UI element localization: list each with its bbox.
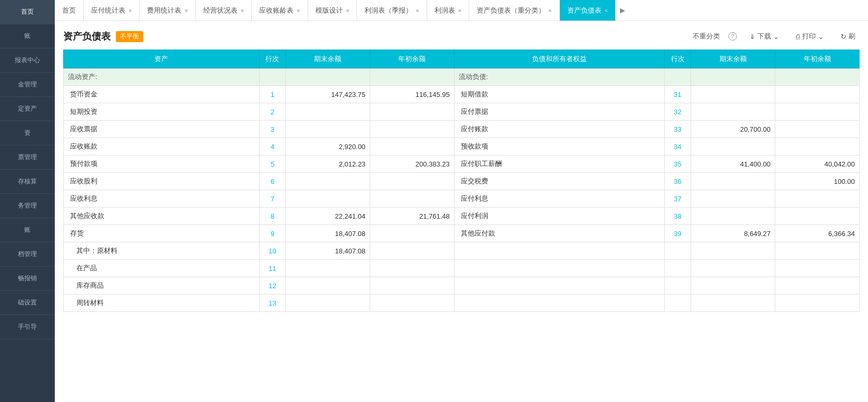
sidebar-item-ticket[interactable]: 票管理 xyxy=(0,145,55,170)
left-name: 周转材料 xyxy=(64,295,260,312)
tab-balance-reclassify[interactable]: 资产负债表（重分类） × xyxy=(469,0,559,21)
table-row[interactable]: 货币资金 1 147,423.75 116,145.95 短期借款 31 xyxy=(64,86,860,103)
left-end-balance: 147,423.75 xyxy=(285,86,370,103)
table-row[interactable]: 应收账款 4 2,920.00 预收款项 34 xyxy=(64,138,860,155)
table-row[interactable]: 应收利息 7 应付利息 37 xyxy=(64,190,860,208)
no-reclassify-label: 不重分类 xyxy=(693,32,720,41)
table-row[interactable]: 存货 9 18,407.08 其他应付款 39 8,649.27 6,366.3… xyxy=(64,225,860,242)
right-end-balance xyxy=(691,208,775,225)
tab-close-profit[interactable]: × xyxy=(458,7,461,14)
tab-close-profit-quarterly[interactable]: × xyxy=(416,7,419,14)
table-row[interactable]: 应收股利 6 应交税费 36 100.00 xyxy=(64,173,860,190)
right-end-balance xyxy=(691,295,775,312)
right-row-num: 32 xyxy=(665,103,691,121)
sidebar-item-account[interactable]: 账 xyxy=(0,24,55,48)
tab-profit-quarterly[interactable]: 利润表（季报） × xyxy=(357,0,427,21)
right-name: 应付利润 xyxy=(454,208,664,225)
page-actions: 不重分类 ? ⇓ 下载 ⌄ ⎙ 打印 ⌄ ↻ 刷 xyxy=(693,30,860,43)
left-end-balance: 2,920.00 xyxy=(285,138,370,155)
section-right-label: 流动负债: xyxy=(454,68,664,86)
table-row[interactable]: 短期投资 2 应付票据 32 xyxy=(64,103,860,121)
sidebar-item-fund-management[interactable]: 金管理 xyxy=(0,73,55,97)
left-begin-balance xyxy=(370,260,454,277)
sidebar-item-inventory[interactable]: 存核算 xyxy=(0,170,55,194)
left-name: 其中：原材料 xyxy=(64,242,260,260)
left-begin-balance xyxy=(370,103,454,121)
col-end-balance-left: 期末余额 xyxy=(285,50,370,68)
sidebar-item-guide[interactable]: 手引导 xyxy=(0,315,55,339)
left-name: 库存商品 xyxy=(64,277,260,295)
right-name: 应交税费 xyxy=(454,173,664,190)
tab-scroll-right[interactable]: ▶ xyxy=(616,0,629,21)
tab-close-operations[interactable]: × xyxy=(241,7,244,14)
left-row-num: 2 xyxy=(259,103,285,121)
left-row-num: 8 xyxy=(259,208,285,225)
left-row-num: 6 xyxy=(259,173,285,190)
page-title: 资产负债表 xyxy=(63,30,111,43)
tab-profit[interactable]: 利润表 × xyxy=(427,0,469,21)
table-row[interactable]: 在产品 11 xyxy=(64,260,860,277)
tab-template-design[interactable]: 模版设计 × xyxy=(308,0,357,21)
tab-close-balance[interactable]: × xyxy=(605,7,608,14)
print-button[interactable]: ⎙ 打印 ⌄ xyxy=(792,30,828,43)
sidebar-item-fixed-assets[interactable]: 定资产 xyxy=(0,97,55,121)
print-icon: ⎙ xyxy=(796,33,800,41)
right-end-balance: 20,700.00 xyxy=(691,121,775,138)
col-liabilities: 负债和所有者权益 xyxy=(454,50,664,68)
download-chevron-icon: ⌄ xyxy=(773,33,779,41)
table-row[interactable]: 预付款项 5 2,012.23 200,383.23 应付职工薪酬 35 41,… xyxy=(64,155,860,173)
sidebar-item-business[interactable]: 务管理 xyxy=(0,194,55,218)
download-button[interactable]: ⇓ 下载 ⌄ xyxy=(745,30,783,43)
unbalanced-badge: 不平衡 xyxy=(116,31,143,42)
tab-balance[interactable]: 资产负债表 × xyxy=(560,0,616,21)
refresh-icon: ↻ xyxy=(841,33,846,41)
sidebar-item-expense[interactable]: 畅报销 xyxy=(0,267,55,291)
tab-payable-stats[interactable]: 应付统计表 × xyxy=(84,0,140,21)
left-end-balance xyxy=(285,173,370,190)
right-row-num: 37 xyxy=(665,190,691,208)
tab-close-expense-stats[interactable]: × xyxy=(184,7,188,14)
left-end-balance xyxy=(285,295,370,312)
section-left-label: 流动资产: xyxy=(64,68,260,86)
tab-close-balance-reclassify[interactable]: × xyxy=(548,7,551,14)
right-end-balance xyxy=(691,260,775,277)
right-row-num: 31 xyxy=(665,86,691,103)
right-name xyxy=(454,277,664,295)
right-name: 应付票据 xyxy=(454,103,664,121)
table-row[interactable]: 其中：原材料 10 18,407.08 xyxy=(64,242,860,260)
table-row[interactable]: 周转材料 13 xyxy=(64,295,860,312)
sidebar-item-report-center[interactable]: 报表中心 xyxy=(0,48,55,73)
sidebar-item-ledger[interactable]: 账 xyxy=(0,218,55,242)
right-row-num: 38 xyxy=(665,208,691,225)
tab-expense-stats[interactable]: 费用统计表 × xyxy=(140,0,195,21)
refresh-button[interactable]: ↻ 刷 xyxy=(836,30,860,43)
right-row-num xyxy=(665,242,691,260)
table-row[interactable]: 应收票据 3 应付账款 33 20,700.00 xyxy=(64,121,860,138)
table-row[interactable]: 库存商品 12 xyxy=(64,277,860,295)
tab-home[interactable]: 首页 xyxy=(55,0,84,21)
section-current-assets: 流动资产: 流动负债: xyxy=(64,68,860,86)
sidebar-item-investment[interactable]: 资 xyxy=(0,121,55,145)
right-end-balance xyxy=(691,86,775,103)
right-row-num: 34 xyxy=(665,138,691,155)
tab-close-template-design[interactable]: × xyxy=(346,7,349,14)
left-begin-balance xyxy=(370,225,454,242)
tab-operations[interactable]: 经营状况表 × xyxy=(196,0,252,21)
left-begin-balance: 200,383.23 xyxy=(370,155,454,173)
table-row[interactable]: 其他应收款 8 22,241.04 21,761.48 应付利润 38 xyxy=(64,208,860,225)
left-end-balance: 18,407.08 xyxy=(285,225,370,242)
left-row-num: 7 xyxy=(259,190,285,208)
help-icon[interactable]: ? xyxy=(728,32,737,41)
sidebar-item-archive[interactable]: 档管理 xyxy=(0,242,55,267)
left-name: 应收股利 xyxy=(64,173,260,190)
tab-close-payable-stats[interactable]: × xyxy=(129,7,132,14)
right-begin-balance xyxy=(775,86,860,103)
tab-receivable-aging[interactable]: 应收账龄表 × xyxy=(252,0,308,21)
left-row-num: 12 xyxy=(259,277,285,295)
left-name: 应收账款 xyxy=(64,138,260,155)
sidebar-item-settings[interactable]: 础设置 xyxy=(0,291,55,315)
right-begin-balance: 100.00 xyxy=(775,173,860,190)
right-begin-balance: 6,366.34 xyxy=(775,225,860,242)
tab-close-receivable-aging[interactable]: × xyxy=(297,7,300,14)
sidebar-item-home[interactable]: 首页 xyxy=(0,0,55,24)
